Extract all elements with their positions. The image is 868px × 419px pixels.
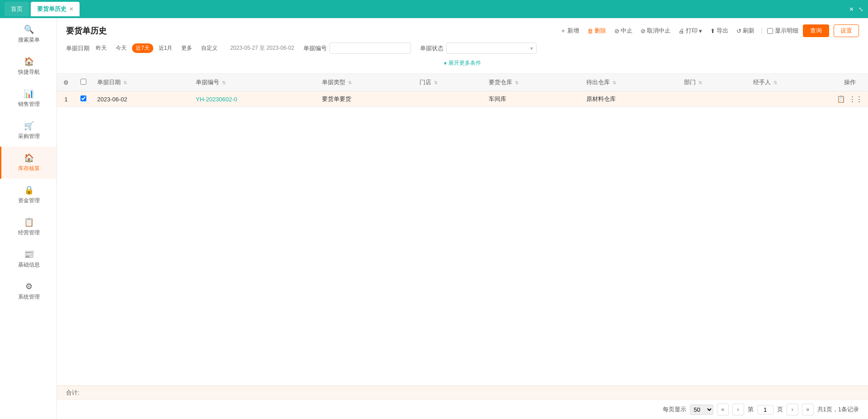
table-area: ⚙ 单据日期 ⇅ 单据编号 ⇅ 单据类型 xyxy=(57,74,868,386)
total-info: 共1页，1条记录 xyxy=(817,405,859,414)
row-docno-link[interactable]: YH-20230602-0 xyxy=(196,96,237,103)
cancel-stop-button[interactable]: ⊘ 取消中止 xyxy=(639,26,672,36)
tab-order-history-label: 要货单历史 xyxy=(37,5,66,13)
export-button[interactable]: ⬆ 导出 xyxy=(708,26,730,36)
window-maximize-icon[interactable]: ⤡ xyxy=(859,6,863,13)
window-close-icon[interactable]: ✕ xyxy=(849,6,854,13)
sidebar-item-ops-mgmt[interactable]: 📋 经营管理 xyxy=(0,211,57,243)
col-date[interactable]: 单据日期 ⇅ xyxy=(92,74,190,91)
select-all-checkbox[interactable] xyxy=(80,79,86,85)
page-unit: 页 xyxy=(777,405,783,414)
refresh-label: 刷新 xyxy=(743,27,755,35)
expand-more-button[interactable]: ▾ 展开更多条件 xyxy=(444,59,481,67)
date-chip-custom[interactable]: 自定义 xyxy=(198,43,221,53)
col-req-warehouse[interactable]: 要货仓库 ⇅ xyxy=(483,74,581,91)
sort-doctype-icon: ⇅ xyxy=(348,80,352,85)
print-button[interactable]: 🖨 打印 ▾ xyxy=(677,26,704,36)
total-label: 合计: xyxy=(66,389,80,396)
sidebar: 🔍 搜索菜单 🏠 快捷导航 📊 销售管理 🛒 采购管理 🏠 库存核算 🔒 资金管… xyxy=(0,18,57,419)
filter-group-status: 单据状态 xyxy=(420,43,537,54)
table-row[interactable]: 1 2023-06-02 YH-20230602-0 要货单要货 车间库 原材料… xyxy=(57,91,868,107)
row-checkbox[interactable] xyxy=(80,95,86,101)
col-doctype[interactable]: 单据类型 ⇅ xyxy=(316,74,414,91)
row-doctype: 要货单要货 xyxy=(316,91,414,107)
row-req-warehouse: 车间库 xyxy=(483,91,581,107)
data-table: ⚙ 单据日期 ⇅ 单据编号 ⇅ 单据类型 xyxy=(57,74,868,107)
sidebar-item-sales-mgmt[interactable]: 📊 销售管理 xyxy=(0,82,57,114)
last-page-button[interactable]: » xyxy=(802,404,814,415)
export-label: 导出 xyxy=(717,27,728,35)
col-department[interactable]: 部门 ⇅ xyxy=(679,74,748,91)
page-input[interactable] xyxy=(757,405,774,414)
row-more-icon[interactable]: ⋮⋮ xyxy=(849,95,863,103)
stop-button[interactable]: ⊘ 中止 xyxy=(613,26,634,36)
status-filter-label: 单据状态 xyxy=(420,44,443,52)
col-settings[interactable]: ⚙ xyxy=(57,74,75,91)
table-header: ⚙ 单据日期 ⇅ 单据编号 ⇅ 单据类型 xyxy=(57,74,868,91)
date-chip-more[interactable]: 更多 xyxy=(178,43,196,53)
col-checkbox-header[interactable] xyxy=(75,74,92,91)
row-pending-warehouse: 原材料仓库 xyxy=(581,91,679,107)
sidebar-item-sys-mgmt-label: 系统管理 xyxy=(18,293,40,301)
col-pending-warehouse[interactable]: 待出仓库 ⇅ xyxy=(581,74,679,91)
sort-docno-icon: ⇅ xyxy=(222,80,226,85)
refresh-button[interactable]: ↺ 刷新 xyxy=(735,26,756,36)
row-checkbox-cell[interactable] xyxy=(75,91,92,107)
display-detail-toggle[interactable]: 显示明细 xyxy=(767,27,798,35)
sidebar-item-sys-mgmt[interactable]: ⚙ 系统管理 xyxy=(0,275,57,307)
status-filter-select[interactable] xyxy=(446,43,537,54)
finance-mgmt-icon: 🔒 xyxy=(24,185,34,195)
sidebar-item-basic-info[interactable]: 📰 基础信息 xyxy=(0,243,57,275)
display-detail-checkbox[interactable] xyxy=(767,28,773,34)
tab-home[interactable]: 首页 xyxy=(5,2,29,16)
sidebar-item-purchase-mgmt[interactable]: 🛒 采购管理 xyxy=(0,114,57,147)
date-chip-7days[interactable]: 近7天 xyxy=(132,43,153,53)
sort-store-icon: ⇅ xyxy=(434,80,438,85)
per-page-select[interactable]: 20 50 100 200 xyxy=(690,405,713,415)
col-store[interactable]: 门店 ⇅ xyxy=(414,74,483,91)
date-range-text: 2023-05-27 至 2023-06-02 xyxy=(230,44,294,52)
next-page-button[interactable]: › xyxy=(787,404,798,415)
date-filter-label: 单据日期 xyxy=(66,44,90,52)
col-handler[interactable]: 经手人 ⇅ xyxy=(748,74,831,91)
sort-req-warehouse-icon: ⇅ xyxy=(515,80,519,85)
page-header: 要货单历史 ＋ 新增 🗑 删除 ⊘ 中止 ⊘ 取消中止 xyxy=(57,18,868,37)
sidebar-item-quick-nav[interactable]: 🏠 快捷导航 xyxy=(0,50,57,82)
row-docno[interactable]: YH-20230602-0 xyxy=(190,91,316,107)
date-chips: 昨天 今天 近7天 近1月 更多 自定义 xyxy=(92,43,221,53)
date-chip-1month[interactable]: 近1月 xyxy=(155,43,176,53)
status-select-wrapper xyxy=(446,43,537,54)
stop-icon: ⊘ xyxy=(614,28,619,34)
sidebar-item-finance-mgmt[interactable]: 🔒 资金管理 xyxy=(0,179,57,211)
query-button[interactable]: 查询 xyxy=(803,24,829,37)
sidebar-item-search-menu[interactable]: 🔍 搜索菜单 xyxy=(0,18,57,50)
sidebar-item-inventory[interactable]: 🏠 库存核算 xyxy=(0,147,57,179)
docno-filter-input[interactable] xyxy=(330,43,411,54)
col-docno[interactable]: 单据编号 ⇅ xyxy=(190,74,316,91)
ops-mgmt-icon: 📋 xyxy=(24,217,34,227)
expand-label: 展开更多条件 xyxy=(448,59,481,67)
delete-button[interactable]: 🗑 删除 xyxy=(585,26,608,36)
tab-close-icon[interactable]: ✕ xyxy=(69,6,73,12)
tab-order-history[interactable]: 要货单历史 ✕ xyxy=(31,2,80,16)
sidebar-item-sales-mgmt-label: 销售管理 xyxy=(18,100,40,108)
settings-button[interactable]: 设置 xyxy=(834,24,859,37)
sort-handler-icon: ⇅ xyxy=(774,80,777,85)
filter-group-date-range: 2023-05-27 至 2023-06-02 xyxy=(230,44,294,52)
col-action: 操作 xyxy=(831,74,868,91)
page-title: 要货单历史 xyxy=(66,25,107,36)
row-edit-icon[interactable]: 📋 xyxy=(837,95,845,103)
expand-more-section: ▾ 展开更多条件 xyxy=(66,57,859,71)
new-button[interactable]: ＋ 新增 xyxy=(558,26,581,36)
docno-filter-label: 单据编号 xyxy=(303,44,327,52)
sidebar-item-inventory-label: 库存核算 xyxy=(18,165,40,172)
display-detail-label: 显示明细 xyxy=(775,27,798,35)
row-department xyxy=(679,91,748,107)
print-icon: 🖨 xyxy=(679,28,684,34)
date-chip-today[interactable]: 今天 xyxy=(112,43,130,53)
cancel-stop-label: 取消中止 xyxy=(647,27,670,35)
prev-page-button[interactable]: ‹ xyxy=(732,404,744,415)
date-chip-yesterday[interactable]: 昨天 xyxy=(92,43,110,53)
print-label: 打印 xyxy=(686,27,698,35)
first-page-button[interactable]: « xyxy=(717,404,729,415)
